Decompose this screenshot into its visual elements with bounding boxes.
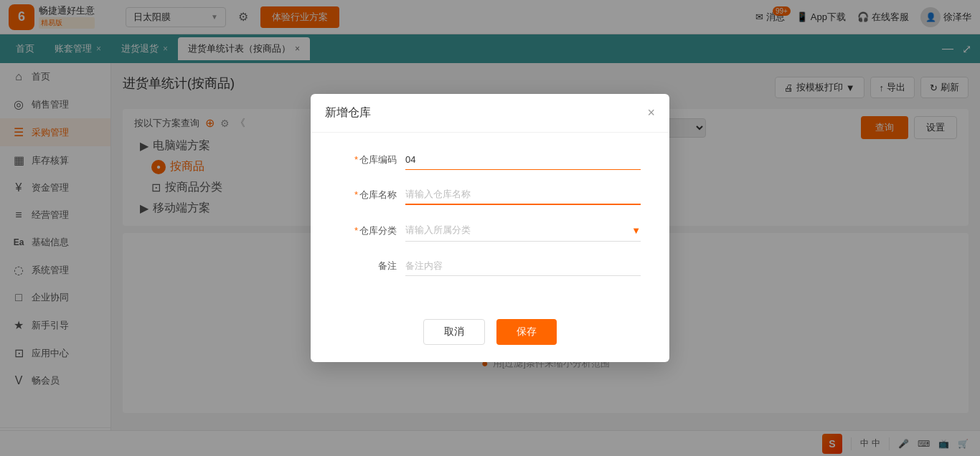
add-warehouse-modal: 新增仓库 × 仓库编码 仓库名称 仓库分类 请输入所属分类 ▼ [311, 94, 669, 362]
name-field-row: 仓库名称 [339, 184, 641, 205]
cancel-button[interactable]: 取消 [423, 319, 485, 345]
modal-title: 新增仓库 [325, 105, 371, 120]
remark-input[interactable] [405, 256, 641, 276]
code-input[interactable] [405, 150, 641, 170]
category-dropdown-icon: ▼ [631, 225, 641, 236]
remark-label: 备注 [339, 260, 397, 272]
save-button[interactable]: 保存 [496, 319, 557, 345]
modal-overlay[interactable]: 新增仓库 × 仓库编码 仓库名称 仓库分类 请输入所属分类 ▼ [0, 0, 980, 456]
name-label: 仓库名称 [339, 189, 397, 201]
category-label: 仓库分类 [339, 224, 397, 237]
modal-close-button[interactable]: × [647, 105, 655, 120]
category-field-row: 仓库分类 请输入所属分类 ▼ [339, 219, 641, 242]
code-label: 仓库编码 [339, 153, 397, 166]
category-select[interactable]: 请输入所属分类 ▼ [405, 219, 641, 242]
modal-body: 仓库编码 仓库名称 仓库分类 请输入所属分类 ▼ 备注 [311, 133, 669, 308]
modal-footer: 取消 保存 [311, 308, 669, 362]
name-input[interactable] [405, 184, 641, 205]
code-field-row: 仓库编码 [339, 150, 641, 170]
category-placeholder: 请输入所属分类 [405, 224, 471, 237]
modal-header: 新增仓库 × [311, 94, 669, 133]
remark-field-row: 备注 [339, 256, 641, 276]
